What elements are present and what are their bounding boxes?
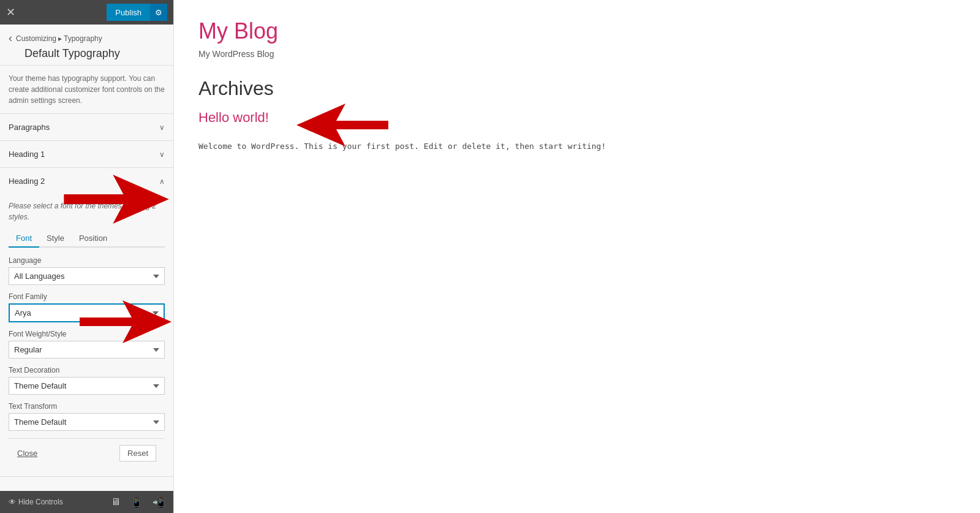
font-weight-select[interactable]: Regular Bold Italic Bold Italic (9, 341, 165, 359)
back-button[interactable]: ‹ (9, 32, 12, 45)
red-arrow-heading2 (174, 175, 178, 224)
tab-position[interactable]: Position (72, 230, 115, 248)
font-family-label: Font Family (9, 292, 165, 301)
text-decoration-field: Text Decoration Theme Default None Under… (9, 366, 165, 395)
publish-button[interactable]: Publish (107, 4, 150, 21)
panel-scroll[interactable]: Your theme has typography support. You c… (0, 66, 173, 491)
publish-settings-button[interactable]: ⚙ (150, 4, 167, 21)
desktop-view-button[interactable]: 🖥 (108, 495, 123, 509)
mobile-view-button[interactable]: 📲 (150, 495, 167, 509)
svg-marker-0 (296, 104, 388, 146)
info-text: Your theme has typography support. You c… (0, 66, 173, 114)
panel-title: Default Typography (9, 47, 165, 60)
breadcrumb-separator: ▸ (58, 34, 62, 43)
blog-title: My Blog (198, 18, 956, 44)
hide-controls-label: Hide Controls (18, 498, 63, 506)
paragraphs-chevron: ∨ (159, 123, 165, 132)
tablet-view-button[interactable]: 📱 (128, 495, 145, 509)
breadcrumb-customizing: Customizing (16, 34, 56, 43)
paragraphs-label: Paragraphs (9, 123, 50, 132)
close-text-button[interactable]: Close (17, 449, 37, 458)
breadcrumb-area: ‹ Customizing ▸ Typography Default Typog… (0, 25, 173, 66)
breadcrumb-section: Typography (64, 34, 102, 43)
eye-icon: 👁 (9, 498, 16, 506)
publish-group: Publish ⚙ (107, 4, 167, 21)
panel-footer: Close Reset (9, 438, 165, 468)
font-tabs: Font Style Position (9, 230, 165, 248)
language-label: Language (9, 256, 165, 265)
tab-style[interactable]: Style (39, 230, 72, 248)
bottom-bar: 👁 Hide Controls 🖥 📱 📲 (0, 491, 173, 513)
hide-controls-button[interactable]: 👁 Hide Controls (6, 498, 63, 506)
text-transform-field: Text Transform Theme Default None Upperc… (9, 402, 165, 431)
hello-world-link[interactable]: Hello world! (198, 110, 269, 126)
text-transform-select[interactable]: Theme Default None Uppercase Lowercase C… (9, 413, 165, 431)
blog-subtitle: My WordPress Blog (198, 49, 956, 59)
heading1-accordion: Heading 1 ∨ (0, 141, 173, 168)
text-decoration-select[interactable]: Theme Default None Underline Overline Li… (9, 377, 165, 395)
red-arrow-hello (296, 104, 388, 146)
customizer-panel: ✕ Publish ⚙ ‹ Customizing ▸ Typography D… (0, 0, 174, 513)
paragraphs-accordion: Paragraphs ∨ (0, 114, 173, 141)
paragraphs-accordion-header[interactable]: Paragraphs ∨ (0, 114, 173, 140)
heading1-chevron: ∨ (159, 150, 165, 159)
preview-area: My Blog My WordPress Blog Archives Hello… (174, 0, 980, 513)
heading1-accordion-header[interactable]: Heading 1 ∨ (0, 141, 173, 167)
tab-font[interactable]: Font (9, 230, 39, 248)
close-button[interactable]: ✕ (6, 7, 15, 18)
reset-button[interactable]: Reset (119, 445, 156, 462)
archives-heading: Archives (198, 77, 956, 100)
heading1-label: Heading 1 (9, 150, 45, 159)
text-transform-label: Text Transform (9, 402, 165, 411)
heading2-label: Heading 2 (9, 177, 45, 186)
text-decoration-label: Text Decoration (9, 366, 165, 374)
top-bar: ✕ Publish ⚙ (0, 0, 173, 25)
language-field: Language All Languages Latin Cyrillic Gr… (9, 256, 165, 285)
language-select[interactable]: All Languages Latin Cyrillic Greek (9, 267, 165, 285)
view-controls: 🖥 📱 📲 (108, 495, 167, 509)
